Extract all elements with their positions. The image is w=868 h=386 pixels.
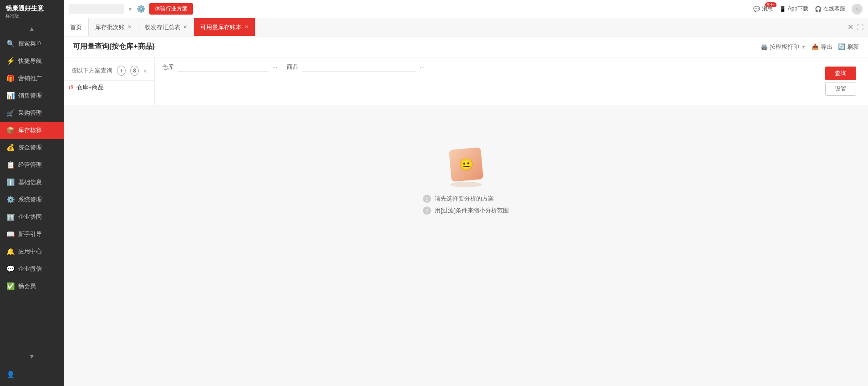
warehouse-more-icon[interactable]: ··· <box>272 63 278 71</box>
warehouse-input[interactable] <box>178 62 269 72</box>
sidebar-item-purchase[interactable]: 🛒 采购管理 <box>0 104 64 122</box>
sidebar-bottom: 👤 <box>0 363 64 386</box>
filter-label: 按以下方案查询 <box>71 67 112 75</box>
query-buttons: 查询 设置 <box>821 62 861 100</box>
sidebar-item-label-newuser: 新手引导 <box>18 230 42 238</box>
warehouse-label: 仓库 <box>162 63 174 71</box>
trial-button[interactable]: 体验行业方案 <box>149 3 193 15</box>
scheme-item-warehouse-product[interactable]: ↺ 仓库+商品 <box>64 81 154 94</box>
empty-hint-2-text: 用[过滤]条件来缩小分析范围 <box>435 206 509 215</box>
app-icon: 📱 <box>779 6 786 12</box>
topbar-app-download[interactable]: 📱 App下载 <box>779 5 808 13</box>
export-action[interactable]: 📤 导出 <box>812 43 832 51</box>
appstore-icon: 🔔 <box>6 247 15 256</box>
sidebar-scroll-up[interactable]: ▲ <box>0 22 64 35</box>
tab-home[interactable]: 首页 <box>64 18 89 36</box>
print-action[interactable]: 🖨️ 按模板打印 ▼ <box>761 43 806 51</box>
settings-button[interactable]: 设置 <box>825 82 856 96</box>
sidebar-item-label-purchase: 采购管理 <box>18 109 42 117</box>
tabbar-end: ✕ ⛶ <box>843 18 868 36</box>
tab-summary[interactable]: 收发存汇总表 ✕ <box>138 18 194 36</box>
notification-badge: 99+ <box>765 2 777 7</box>
sidebar-item-enterprise[interactable]: 🏢 企业协同 <box>0 208 64 226</box>
product-more-icon[interactable]: ··· <box>420 63 425 71</box>
sidebar-item-sales[interactable]: 📊 销售管理 <box>0 87 64 104</box>
sidebar-item-label-shortcut: 快捷导航 <box>18 57 42 65</box>
sidebar-item-label-marketing: 营销推广 <box>18 74 42 82</box>
empty-shadow <box>450 182 482 187</box>
tab-available[interactable]: 可用量库存账本 ✕ <box>194 18 255 36</box>
tab-batch[interactable]: 库存批次账 ✕ <box>89 18 138 36</box>
refresh-label: 刷新 <box>847 43 859 51</box>
page-title: 可用量查询(按仓库+商品) <box>73 42 155 51</box>
empty-face-icon: 😐 <box>458 157 474 172</box>
tabbar-close-button[interactable]: ✕ <box>848 23 853 31</box>
tab-batch-label: 库存批次账 <box>95 23 125 31</box>
page-header-actions: 🖨️ 按模板打印 ▼ 📤 导出 🔄 刷新 <box>761 43 859 51</box>
filter-add-button[interactable]: + <box>117 66 126 76</box>
weixin-icon: 💬 <box>6 265 15 273</box>
sidebar-item-label-weixin: 企业微信 <box>18 265 42 273</box>
topbar-search-input[interactable] <box>69 4 124 14</box>
empty-hint-2: 2 用[过滤]条件来缩小分析范围 <box>423 206 509 215</box>
query-area: 按以下方案查询 + ⚙ « ↺ 仓库+商品 仓库 <box>64 57 868 105</box>
sidebar-brand: 畅康通好生意 <box>5 5 58 13</box>
sidebar-item-label-basic: 基础信息 <box>18 178 42 186</box>
sidebar-item-label-search: 搜索菜单 <box>18 40 42 48</box>
operations-icon: 📋 <box>6 161 15 169</box>
filter-settings-button[interactable]: ⚙ <box>130 66 139 76</box>
topbar-online-service[interactable]: 🎧 在线客服 <box>815 5 845 13</box>
sidebar-item-label-enterprise: 企业协同 <box>18 213 42 221</box>
sidebar: 畅康通好生意 标准版 ▲ 🔍 搜索菜单 ⚡ 快捷导航 🎁 营销推广 📊 销售管理… <box>0 0 64 386</box>
topbar-dropdown-icon[interactable]: ▼ <box>127 6 133 12</box>
sidebar-item-weixin[interactable]: 💬 企业微信 <box>0 260 64 278</box>
sidebar-item-label-member: 畅会员 <box>18 282 36 290</box>
query-button[interactable]: 查询 <box>825 67 856 80</box>
sidebar-item-system[interactable]: ⚙️ 系统管理 <box>0 191 64 208</box>
sidebar-item-operations[interactable]: 📋 经营管理 <box>0 156 64 174</box>
sidebar-item-label-finance: 资金管理 <box>18 144 42 152</box>
sidebar-item-shortcut[interactable]: ⚡ 快捷导航 <box>0 52 64 70</box>
sales-icon: 📊 <box>6 92 15 100</box>
sidebar-header: 畅康通好生意 标准版 <box>0 0 64 22</box>
tabbar-expand-button[interactable]: ⛶ <box>857 24 863 31</box>
user-name: Rit <box>854 6 860 11</box>
member-icon: ✅ <box>6 282 15 290</box>
marketing-icon: 🎁 <box>6 74 15 82</box>
purchase-icon: 🛒 <box>6 109 15 117</box>
sidebar-item-label-inventory: 库存核算 <box>18 126 42 134</box>
sidebar-item-basic[interactable]: ℹ️ 基础信息 <box>0 174 64 191</box>
sidebar-item-appstore[interactable]: 🔔 应用中心 <box>0 243 64 260</box>
topbar-gear-icon[interactable]: ⚙️ <box>137 5 146 13</box>
user-avatar[interactable]: Rit <box>852 4 863 15</box>
sidebar-item-marketing[interactable]: 🎁 营销推广 <box>0 70 64 87</box>
sidebar-item-finance[interactable]: 💰 资金管理 <box>0 139 64 156</box>
hint-num-1: 1 <box>423 195 431 203</box>
sidebar-scroll-down[interactable]: ▼ <box>0 350 64 363</box>
sidebar-nav: 🔍 搜索菜单 ⚡ 快捷导航 🎁 营销推广 📊 销售管理 🛒 采购管理 📦 库存核… <box>0 35 64 350</box>
scheme-panel: 按以下方案查询 + ⚙ « ↺ 仓库+商品 <box>64 57 155 105</box>
product-field: 商品 ··· <box>287 62 425 72</box>
topbar-right: 💬 消息 99+ 📱 App下载 🎧 在线客服 Rit <box>753 4 863 15</box>
sidebar-item-label-system: 系统管理 <box>18 196 42 204</box>
inventory-icon: 📦 <box>6 126 15 134</box>
tab-available-close-icon[interactable]: ✕ <box>244 24 249 30</box>
product-input[interactable] <box>302 62 416 72</box>
sidebar-item-newuser[interactable]: 📖 新手引导 <box>0 226 64 243</box>
refresh-action[interactable]: 🔄 刷新 <box>838 43 859 51</box>
finance-icon: 💰 <box>6 144 15 152</box>
sidebar-item-search[interactable]: 🔍 搜索菜单 <box>0 35 64 52</box>
print-dropdown-icon[interactable]: ▼ <box>801 44 806 50</box>
topbar-notification[interactable]: 💬 消息 99+ <box>753 5 773 13</box>
shortcut-icon: ⚡ <box>6 57 15 65</box>
sidebar-item-inventory[interactable]: 📦 库存核算 <box>0 122 64 139</box>
sidebar-item-member[interactable]: ✅ 畅会员 <box>0 278 64 295</box>
basic-icon: ℹ️ <box>6 178 15 186</box>
sidebar-bottom-user[interactable]: 👤 <box>0 367 64 382</box>
filter-collapse-icon[interactable]: « <box>143 67 147 74</box>
sidebar-item-label-appstore: 应用中心 <box>18 247 42 256</box>
notification-icon: 💬 <box>753 6 760 12</box>
tab-batch-close-icon[interactable]: ✕ <box>127 24 132 30</box>
tab-summary-close-icon[interactable]: ✕ <box>183 24 187 30</box>
empty-box-icon: 😐 <box>449 147 483 182</box>
